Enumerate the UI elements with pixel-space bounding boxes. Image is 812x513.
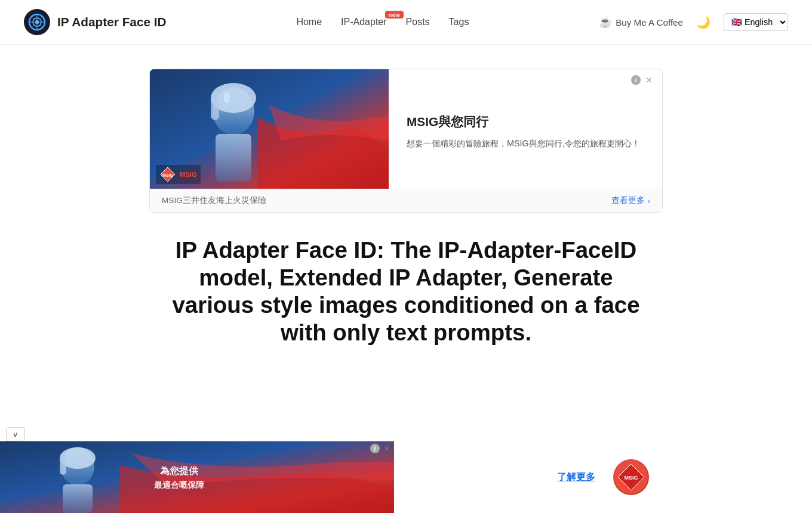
- ad-brand-label: MSIG MSIG: [156, 165, 201, 184]
- ad-headline: MSIG與您同行: [407, 113, 644, 130]
- svg-rect-9: [216, 134, 251, 182]
- navbar: IP Adapter Face ID Home IP-Adapter new P…: [0, 0, 812, 45]
- buy-coffee-link[interactable]: ☕ Buy Me A Coffee: [599, 16, 683, 29]
- nav-posts[interactable]: Posts: [406, 17, 430, 27]
- nav-tags[interactable]: Tags: [449, 17, 469, 27]
- logo-icon: [28, 13, 46, 31]
- site-logo-link[interactable]: IP Adapter Face ID: [24, 9, 167, 35]
- site-title: IP Adapter Face ID: [57, 15, 167, 29]
- msig-logo: MSIG MSIG: [159, 166, 197, 183]
- svg-text:MSIG: MSIG: [162, 173, 173, 177]
- language-select[interactable]: 🇬🇧 English 中文 日本語 한국어: [724, 13, 788, 31]
- ad-footer-cta[interactable]: 查看更多 ›: [611, 195, 650, 206]
- ad-content: MSIG MSIG MSIG與您同行 想要一個精彩的冒險旅程，MSIG與您同行,…: [150, 69, 662, 189]
- coffee-icon: ☕: [599, 16, 612, 29]
- chevron-right-icon: ›: [647, 196, 650, 205]
- ad-info-icon[interactable]: i: [631, 75, 641, 85]
- ad-controls: i ×: [626, 73, 659, 87]
- nav-ip-adapter[interactable]: IP-Adapter new: [341, 17, 386, 27]
- svg-rect-12: [224, 92, 230, 103]
- ad-footer-brand: MSIG三井住友海上火災保險: [162, 195, 266, 206]
- site-logo: [24, 9, 50, 35]
- ad-footer: MSIG三井住友海上火災保險 查看更多 ›: [150, 189, 662, 212]
- ad-body: 想要一個精彩的冒險旅程，MSIG與您同行,令您的旅程更開心！: [407, 137, 644, 150]
- nav-right: ☕ Buy Me A Coffee 🌙 🇬🇧 English 中文 日本語 한국…: [599, 13, 788, 32]
- moon-icon: 🌙: [696, 16, 710, 29]
- ad-close-icon[interactable]: ×: [644, 75, 654, 85]
- ad-banner-1: i ×: [149, 69, 663, 213]
- buy-coffee-label: Buy Me A Coffee: [616, 17, 683, 27]
- ad-image: MSIG MSIG: [150, 69, 389, 189]
- dark-mode-toggle[interactable]: 🌙: [694, 13, 713, 32]
- main-content: i ×: [137, 45, 675, 388]
- article-heading: IP Adapter Face ID: The IP-Adapter-FaceI…: [149, 236, 663, 346]
- svg-rect-11: [211, 96, 219, 120]
- new-badge: new: [385, 11, 403, 19]
- nav-home[interactable]: Home: [296, 17, 322, 27]
- ad-text: MSIG與您同行 想要一個精彩的冒險旅程，MSIG與您同行,令您的旅程更開心！: [389, 69, 662, 189]
- msig-diamond-icon: MSIG: [159, 166, 176, 183]
- nav-links: Home IP-Adapter new Posts Tags: [296, 17, 469, 27]
